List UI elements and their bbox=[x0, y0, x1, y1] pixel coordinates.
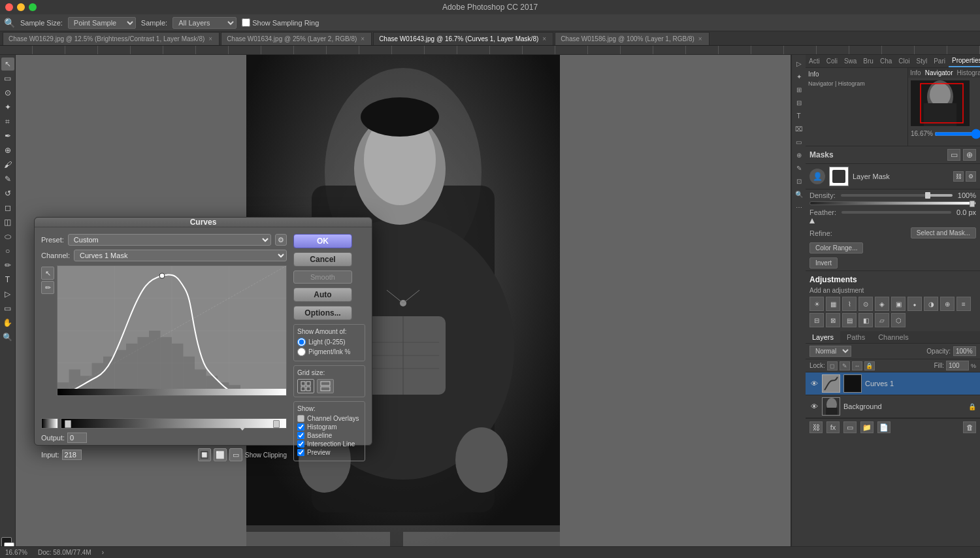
layer-curves1-visibility[interactable]: 👁 bbox=[809, 379, 819, 388]
tab-1-close[interactable]: × bbox=[208, 35, 212, 42]
panel-tab-pari[interactable]: Pari bbox=[930, 55, 949, 67]
pigment-radio[interactable] bbox=[297, 348, 306, 356]
shape-tool[interactable]: ▭ bbox=[1, 302, 14, 315]
right-tool-1[interactable]: ▷ bbox=[793, 57, 805, 69]
density-slider-handle[interactable] bbox=[970, 201, 975, 207]
tab-4-close[interactable]: × bbox=[698, 35, 702, 42]
curves-draw-tool[interactable]: ✏ bbox=[41, 281, 54, 294]
curves-pointer-tool[interactable]: ↖ bbox=[41, 267, 54, 280]
curves-graph[interactable] bbox=[57, 265, 287, 396]
tab-2[interactable]: Chase W01634.jpg @ 25% (Layer 2, RGB/8) … bbox=[221, 32, 372, 45]
baseline-checkbox[interactable] bbox=[297, 432, 304, 439]
preset-select[interactable]: Custom Default bbox=[68, 234, 271, 246]
output-input[interactable] bbox=[67, 433, 87, 443]
gray-point-eyedrop[interactable]: ⬜ bbox=[214, 448, 227, 461]
hsl-icon[interactable]: ▣ bbox=[891, 297, 906, 311]
right-tool-2[interactable]: ✦ bbox=[793, 71, 805, 82]
add-mask-btn[interactable]: ▭ bbox=[843, 421, 857, 433]
nav-zoom-slider[interactable] bbox=[934, 132, 980, 136]
lock-all-btn[interactable]: 🔒 bbox=[864, 361, 875, 370]
white-point-eyedrop[interactable]: ▭ bbox=[229, 448, 242, 461]
auto-button[interactable]: Auto bbox=[293, 287, 352, 302]
zoom-right[interactable]: 🔍 bbox=[793, 188, 805, 200]
healing-brush-tool[interactable]: ⊕ bbox=[1, 144, 14, 157]
preview-checkbox[interactable] bbox=[297, 449, 304, 456]
layer-mask-thumbnail[interactable] bbox=[829, 167, 849, 186]
hand-tool[interactable]: ✋ bbox=[1, 316, 14, 329]
preset-gear-button[interactable]: ⚙ bbox=[275, 234, 287, 246]
type-tool[interactable]: T bbox=[1, 273, 14, 286]
move-tool[interactable]: ↖ bbox=[1, 57, 14, 71]
panel-tab-cha[interactable]: Cha bbox=[877, 55, 895, 67]
new-group-btn[interactable]: 📁 bbox=[860, 421, 874, 433]
marquee-tool[interactable]: ▭ bbox=[1, 72, 14, 85]
tab-1[interactable]: Chase W01629.jpg @ 12.5% (Brightness/Con… bbox=[3, 32, 220, 45]
invert-button[interactable]: Invert bbox=[809, 257, 838, 269]
right-tool-8[interactable]: ⊕ bbox=[793, 149, 805, 161]
right-tool-3[interactable]: ⊞ bbox=[793, 84, 805, 95]
black-point-eyedrop[interactable]: 🔲 bbox=[198, 448, 211, 461]
zoom-tool[interactable]: 🔍 bbox=[1, 331, 14, 344]
tab-3-close[interactable]: × bbox=[542, 35, 546, 42]
lock-position-btn[interactable]: ↔ bbox=[852, 361, 862, 370]
input-field[interactable] bbox=[62, 450, 82, 460]
show-sampling-label[interactable]: Show Sampling Ring bbox=[242, 18, 319, 27]
curves-icon[interactable]: ⌇ bbox=[842, 297, 857, 311]
fill-input[interactable] bbox=[946, 361, 969, 370]
light-radio[interactable] bbox=[297, 338, 306, 346]
mask-options-button[interactable]: ⚙ bbox=[966, 171, 976, 182]
sample-select[interactable]: All Layers Current Layer bbox=[172, 17, 237, 29]
right-tool-5[interactable]: T bbox=[793, 110, 805, 122]
photo-filter-icon[interactable]: ⊕ bbox=[940, 297, 955, 311]
right-tool-4[interactable]: ⊟ bbox=[793, 97, 805, 108]
clone-stamp-tool[interactable]: ✎ bbox=[1, 172, 14, 186]
layers-tab-layers[interactable]: Layers bbox=[806, 331, 840, 343]
path-select-tool[interactable]: ▷ bbox=[1, 287, 14, 301]
color-range-button[interactable]: Color Range... bbox=[809, 242, 863, 254]
nav-tab-info[interactable]: Info bbox=[908, 68, 923, 78]
layer-curves1[interactable]: 👁 Curves 1 bbox=[806, 372, 980, 395]
sample-size-select[interactable]: Point Sample 3 by 3 Average bbox=[68, 17, 136, 29]
lasso-tool[interactable]: ⊙ bbox=[1, 86, 14, 99]
exposure-icon[interactable]: ⊙ bbox=[858, 297, 873, 311]
lock-transparent-btn[interactable]: ◻ bbox=[827, 361, 838, 370]
link-layers-btn[interactable]: ⛓ bbox=[809, 421, 823, 433]
brush-tool[interactable]: 🖌 bbox=[1, 158, 14, 171]
brightness-contrast-icon[interactable]: ☀ bbox=[809, 297, 824, 311]
feather-slider[interactable] bbox=[841, 211, 951, 214]
nav-tab-navigator[interactable]: Navigator bbox=[923, 68, 955, 78]
grid-large-button[interactable] bbox=[317, 379, 334, 393]
options-button[interactable]: Options... bbox=[293, 306, 352, 320]
channel-mixer-icon[interactable]: ≡ bbox=[956, 297, 971, 311]
history-brush-tool[interactable]: ↺ bbox=[1, 187, 14, 200]
layers-tab-paths[interactable]: Paths bbox=[840, 331, 872, 343]
opacity-input[interactable] bbox=[953, 346, 976, 356]
add-style-btn[interactable]: fx bbox=[826, 421, 840, 433]
grid-small-button[interactable] bbox=[297, 379, 314, 393]
layer-background[interactable]: 👁 Background 🔒 bbox=[806, 395, 980, 418]
blend-mode-select[interactable]: Normal Multiply bbox=[809, 346, 851, 357]
crop-tool[interactable]: ⌗ bbox=[1, 115, 14, 128]
bw-icon[interactable]: ◑ bbox=[924, 297, 938, 311]
feather-slider-handle[interactable] bbox=[809, 218, 815, 223]
delete-layer-btn[interactable]: 🗑 bbox=[963, 421, 976, 433]
channel-overlays-checkbox[interactable] bbox=[297, 415, 304, 422]
color-lookup-icon[interactable]: ⊟ bbox=[809, 313, 824, 327]
add-pixel-mask-button[interactable]: ▭ bbox=[947, 149, 960, 161]
panel-tab-properties[interactable]: Properties bbox=[949, 55, 980, 67]
minimize-button[interactable] bbox=[17, 3, 25, 11]
gradient-map-icon[interactable]: ▱ bbox=[875, 313, 889, 327]
new-layer-btn[interactable]: 📄 bbox=[877, 421, 890, 433]
eraser-tool[interactable]: ◻ bbox=[1, 201, 14, 214]
select-and-mask-button[interactable]: Select and Mask... bbox=[911, 227, 976, 238]
pen-tool[interactable]: ✏ bbox=[1, 259, 14, 272]
panel-tab-acti[interactable]: Acti bbox=[806, 55, 823, 67]
posterize-icon[interactable]: ▤ bbox=[842, 313, 857, 327]
tab-4[interactable]: Chase W01586.jpg @ 100% (Layer 1, RGB/8)… bbox=[555, 32, 710, 45]
layers-tab-channels[interactable]: Channels bbox=[872, 331, 915, 343]
maximize-button[interactable] bbox=[29, 3, 37, 11]
density-slider[interactable] bbox=[841, 194, 953, 197]
right-tool-10[interactable]: ⊡ bbox=[793, 175, 805, 187]
more-tools[interactable]: ⋯ bbox=[793, 201, 805, 213]
blur-tool[interactable]: ⬭ bbox=[1, 230, 14, 243]
